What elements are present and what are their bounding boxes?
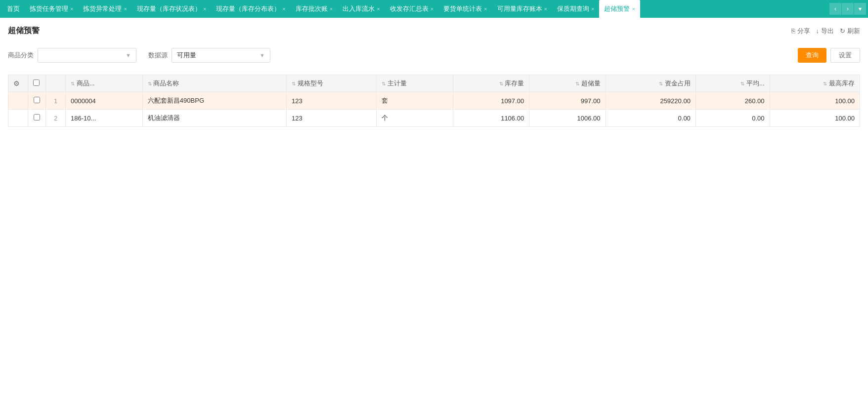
page-title: 超储预警 [8,26,40,36]
col-avg-sort-icon: ⇅ [740,81,744,86]
col-header-check[interactable] [28,75,46,92]
nav-task-mgmt-close[interactable]: × [70,6,73,12]
nav-in-out-flow[interactable]: 出入库流水 × [338,0,385,18]
row-check-cell[interactable] [28,92,46,110]
col-header-max-stock[interactable]: ⇅ 最高库存 [770,75,860,92]
nav-overstock-warn[interactable]: 超储预警 × [599,0,640,18]
nav-abnormal[interactable]: 拣货异常处理 × [78,0,131,18]
col-max-stock-sort-icon: ⇅ [823,81,827,86]
col-header-index [46,75,66,92]
nav-avail-stock-close[interactable]: × [544,6,547,12]
row-index: 2 [46,110,66,127]
nav-abnormal-label: 拣货异常处理 [83,4,122,13]
row-checkbox[interactable] [34,97,40,103]
row-product-code: 186-10... [66,110,143,127]
page-content: 超储预警 ⎘ 分享 ↓ 导出 ↻ 刷新 商品分类 ▼ 数据源 [0,18,868,395]
col-header-stock[interactable]: ⇅ 库存量 [453,75,529,92]
nav-home-label: 首页 [7,4,20,13]
row-unit: 个 [377,110,453,127]
row-product-name: 六配套新昌490BPG [142,92,286,110]
col-overstock-sort-icon: ⇅ [575,81,579,86]
col-header-product-code[interactable]: ⇅ 商品... [66,75,143,92]
nav-stock-status-close[interactable]: × [203,6,206,12]
nav-stock-dist[interactable]: 现存量（库存分布表） × [211,0,290,18]
datasource-label: 数据源 [148,51,168,60]
row-max-stock: 100.00 [770,92,860,110]
nav-quality-check[interactable]: 保质期查询 × [552,0,599,18]
row-unit: 套 [377,92,453,110]
nav-more-btn[interactable]: ▾ [854,3,866,15]
nav-batch-account-close[interactable]: × [330,6,333,12]
nav-recv-send-sum[interactable]: 收发存汇总表 × [385,0,438,18]
refresh-button[interactable]: ↻ 刷新 [840,27,860,36]
nav-task-mgmt-label: 拣货任务管理 [30,4,68,13]
col-spec-sort-icon: ⇅ [292,81,296,86]
nav-stock-dist-close[interactable]: × [282,6,285,12]
share-button[interactable]: ⎘ 分享 [791,27,810,36]
nav-stock-dist-label: 现存量（库存分布表） [216,4,280,13]
nav-arrow-controls: ‹ › ▾ [829,3,866,15]
datasource-select[interactable]: 可用量 ▼ [172,48,270,63]
row-checkbox[interactable] [34,114,40,120]
col-overstock-label: 超储量 [581,79,601,87]
query-button[interactable]: 查询 [798,48,826,63]
col-capital-sort-icon: ⇅ [659,81,663,86]
col-header-spec[interactable]: ⇅ 规格型号 [287,75,377,92]
col-unit-sort-icon: ⇅ [382,81,386,86]
row-max-stock: 100.00 [770,110,860,127]
header-actions: ⎘ 分享 ↓ 导出 ↻ 刷新 [791,27,861,36]
col-stock-sort-icon: ⇅ [499,81,503,86]
nav-stock-status[interactable]: 现存量（库存状况表） × [132,0,211,18]
nav-overstock-warn-label: 超储预警 [604,4,630,13]
col-stock-label: 库存量 [505,79,524,87]
nav-recv-send-sum-close[interactable]: × [431,6,434,12]
nav-order-stats-close[interactable]: × [484,6,487,12]
col-header-product-name[interactable]: ⇅ 商品名称 [142,75,286,92]
col-header-avg[interactable]: ⇅ 平均... [695,75,770,92]
row-overstock: 1006.00 [529,110,606,127]
col-header-capital[interactable]: ⇅ 资金占用 [606,75,695,92]
row-gear-cell [8,110,28,127]
nav-abnormal-close[interactable]: × [124,6,127,12]
row-avg: 0.00 [695,110,770,127]
row-avg: 260.00 [695,92,770,110]
filter-buttons: 查询 设置 [798,48,860,63]
category-select[interactable]: ▼ [38,48,136,63]
row-spec: 123 [287,92,377,110]
nav-quality-check-close[interactable]: × [591,6,594,12]
col-header-overstock[interactable]: ⇅ 超储量 [529,75,606,92]
table-row: 2 186-10... 机油滤清器 123 个 1106.00 1006.00 … [8,110,860,127]
nav-overstock-warn-close[interactable]: × [632,6,635,12]
nav-home[interactable]: 首页 [2,0,25,18]
nav-next-btn[interactable]: › [842,3,854,15]
nav-task-mgmt[interactable]: 拣货任务管理 × [25,0,78,18]
nav-batch-account[interactable]: 库存批次账 × [291,0,338,18]
nav-order-stats[interactable]: 要货单统计表 × [438,0,492,18]
settings-button[interactable]: 设置 [830,48,860,63]
export-button[interactable]: ↓ 导出 [816,27,834,36]
category-filter: 商品分类 ▼ [8,48,136,63]
data-table: ⚙ ⇅ 商品... ⇅ 商品名称 ⇅ 规格型号 [8,75,860,127]
col-header-unit[interactable]: ⇅ 主计量 [377,75,453,92]
nav-recv-send-sum-label: 收发存汇总表 [390,4,429,13]
row-gear-cell [8,92,28,110]
table-body: 1 0000004 六配套新昌490BPG 123 套 1097.00 997.… [8,92,860,127]
col-avg-label: 平均... [746,79,765,87]
row-check-cell[interactable] [28,110,46,127]
select-all-checkbox[interactable] [33,79,40,86]
datasource-dropdown-icon: ▼ [260,52,265,58]
nav-batch-account-label: 库存批次账 [296,4,328,13]
table-head: ⚙ ⇅ 商品... ⇅ 商品名称 ⇅ 规格型号 [8,75,860,92]
datasource-select-value: 可用量 [177,51,196,60]
nav-avail-stock-label: 可用量库存账本 [497,4,542,13]
row-overstock: 997.00 [529,92,606,110]
col-header-gear[interactable]: ⚙ [8,75,28,92]
share-icon: ⎘ [791,27,795,35]
col-product-name-label: 商品名称 [153,79,179,87]
refresh-icon: ↻ [840,27,845,35]
nav-avail-stock[interactable]: 可用量库存账本 × [492,0,552,18]
gear-icon[interactable]: ⚙ [13,79,20,87]
nav-prev-btn[interactable]: ‹ [829,3,841,15]
col-product-code-sort-icon: ⇅ [71,81,75,86]
nav-in-out-flow-close[interactable]: × [377,6,380,12]
